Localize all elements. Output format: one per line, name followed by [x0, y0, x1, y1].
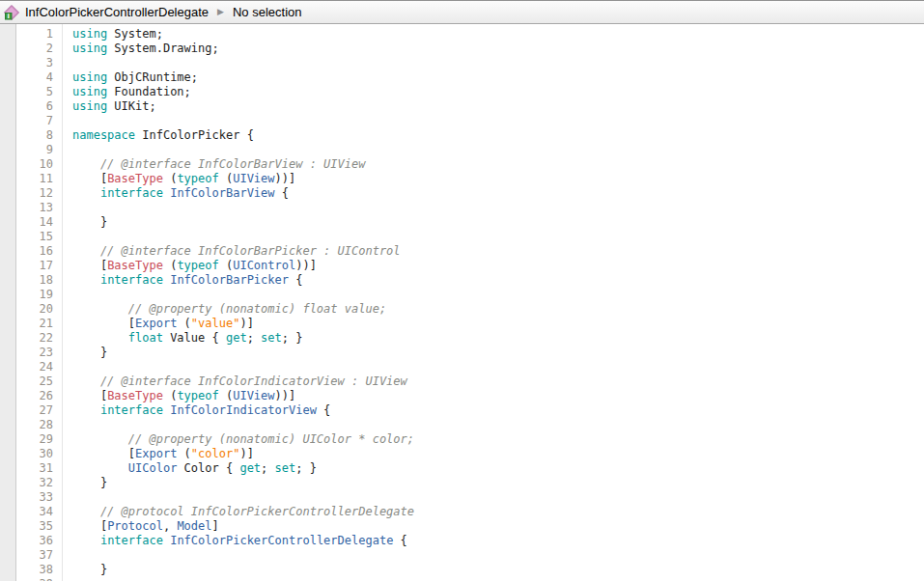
interface-icon: I: [4, 5, 19, 20]
code-text: [53, 201, 72, 215]
code-text: [Export ("value")]: [53, 317, 254, 331]
line-number: 23: [0, 346, 53, 360]
code-text: float Value { get; set; }: [53, 331, 302, 346]
line-number: 8: [0, 128, 53, 143]
code-line[interactable]: 22 float Value { get; set; }: [0, 331, 924, 346]
line-number: 7: [0, 114, 53, 128]
code-text: }: [53, 563, 107, 577]
code-text: [53, 230, 72, 244]
code-text: namespace InfColorPicker {: [53, 128, 254, 143]
code-line[interactable]: 37: [0, 548, 924, 563]
code-line[interactable]: 36 interface InfColorPickerControllerDel…: [0, 534, 924, 548]
code-line[interactable]: 29 // @property (nonatomic) UIColor * co…: [0, 432, 924, 447]
code-line[interactable]: 15: [0, 230, 924, 244]
line-number: 32: [0, 476, 53, 490]
code-line[interactable]: 35 [Protocol, Model]: [0, 519, 924, 534]
code-editor[interactable]: 1using System;2using System.Drawing;34us…: [0, 24, 924, 581]
code-line[interactable]: 21 [Export ("value")]: [0, 317, 924, 331]
code-line[interactable]: 2using System.Drawing;: [0, 42, 924, 56]
code-text: UIColor Color { get; set; }: [53, 461, 317, 476]
code-line[interactable]: 9: [0, 143, 924, 157]
breadcrumb-member-crumb[interactable]: No selection: [233, 5, 302, 19]
breadcrumb-type-crumb[interactable]: I InfColorPickerControllerDelegate: [4, 5, 209, 20]
code-line[interactable]: 23 }: [0, 346, 924, 360]
code-line[interactable]: 14 }: [0, 215, 924, 230]
code-text: }: [53, 346, 107, 360]
line-number: 19: [0, 288, 53, 302]
line-number: 12: [0, 186, 53, 201]
code-text: // @protocol InfColorPickerControllerDel…: [53, 505, 414, 519]
code-line[interactable]: 1using System;: [0, 27, 924, 42]
code-line[interactable]: 27 interface InfColorIndicatorView {: [0, 403, 924, 418]
code-line[interactable]: 7: [0, 114, 924, 128]
line-number: 35: [0, 519, 53, 534]
breadcrumb-bar: I InfColorPickerControllerDelegate ▶ No …: [0, 0, 924, 24]
line-number: 21: [0, 317, 53, 331]
svg-text:I: I: [7, 12, 9, 19]
line-number: 28: [0, 418, 53, 432]
line-number: 14: [0, 215, 53, 230]
code-line[interactable]: 3: [0, 56, 924, 70]
code-line[interactable]: 38 }: [0, 563, 924, 577]
code-line[interactable]: 20 // @property (nonatomic) float value;: [0, 302, 924, 317]
line-number: 26: [0, 389, 53, 403]
code-line[interactable]: 8namespace InfColorPicker {: [0, 128, 924, 143]
line-number: 9: [0, 143, 53, 157]
line-number: 17: [0, 259, 53, 273]
code-text: }: [53, 476, 107, 490]
code-line[interactable]: 31 UIColor Color { get; set; }: [0, 461, 924, 476]
code-line[interactable]: 12 interface InfColorBarView {: [0, 186, 924, 201]
line-number: 38: [0, 563, 53, 577]
code-text: [Protocol, Model]: [53, 519, 219, 534]
code-line[interactable]: 11 [BaseType (typeof (UIView))]: [0, 172, 924, 186]
code-line[interactable]: 19: [0, 288, 924, 302]
line-number: 34: [0, 505, 53, 519]
code-text: [53, 548, 72, 563]
code-line[interactable]: 6using UIKit;: [0, 99, 924, 114]
line-number: 33: [0, 490, 53, 505]
code-text: [53, 288, 72, 302]
code-text: interface InfColorPickerControllerDelega…: [53, 534, 407, 548]
code-line[interactable]: 17 [BaseType (typeof (UIControl))]: [0, 259, 924, 273]
code-text: using System.Drawing;: [53, 42, 219, 56]
code-text: }: [53, 215, 107, 230]
code-line[interactable]: 13: [0, 201, 924, 215]
code-text: [53, 418, 72, 432]
line-number: 4: [0, 70, 53, 85]
code-line[interactable]: 16 // @interface InfColorBarPicker : UIC…: [0, 244, 924, 259]
code-line[interactable]: 5using Foundation;: [0, 85, 924, 99]
code-line[interactable]: 25 // @interface InfColorIndicatorView :…: [0, 374, 924, 389]
line-number: 30: [0, 447, 53, 461]
code-line[interactable]: 4using ObjCRuntime;: [0, 70, 924, 85]
code-line[interactable]: 10 // @interface InfColorBarView : UIVie…: [0, 157, 924, 172]
line-number: 1: [0, 27, 53, 42]
code-text: using Foundation;: [53, 85, 191, 99]
line-number: 13: [0, 201, 53, 215]
code-text: interface InfColorBarPicker {: [53, 273, 302, 288]
line-number: 10: [0, 157, 53, 172]
code-line[interactable]: 33: [0, 490, 924, 505]
code-text: [BaseType (typeof (UIView))]: [53, 389, 295, 403]
line-number: 39: [0, 577, 53, 581]
line-number: 16: [0, 244, 53, 259]
code-line[interactable]: 39: [0, 577, 924, 581]
code-text: [BaseType (typeof (UIView))]: [53, 172, 295, 186]
breadcrumb-type-label: InfColorPickerControllerDelegate: [25, 5, 209, 19]
code-text: // @interface InfColorBarPicker : UICont…: [53, 244, 401, 259]
line-number: 29: [0, 432, 53, 447]
code-line[interactable]: 26 [BaseType (typeof (UIView))]: [0, 389, 924, 403]
code-line[interactable]: 24: [0, 360, 924, 374]
code-line[interactable]: 30 [Export ("color")]: [0, 447, 924, 461]
code-line[interactable]: 28: [0, 418, 924, 432]
code-text: // @interface InfColorIndicatorView : UI…: [53, 374, 407, 389]
line-number: 11: [0, 172, 53, 186]
line-number: 37: [0, 548, 53, 563]
code-text: [53, 114, 72, 128]
line-number: 2: [0, 42, 53, 56]
code-line[interactable]: 32 }: [0, 476, 924, 490]
code-line[interactable]: 18 interface InfColorBarPicker {: [0, 273, 924, 288]
code-text: [Export ("color")]: [53, 447, 254, 461]
code-text: interface InfColorBarView {: [53, 186, 289, 201]
line-number: 3: [0, 56, 53, 70]
code-line[interactable]: 34 // @protocol InfColorPickerController…: [0, 505, 924, 519]
